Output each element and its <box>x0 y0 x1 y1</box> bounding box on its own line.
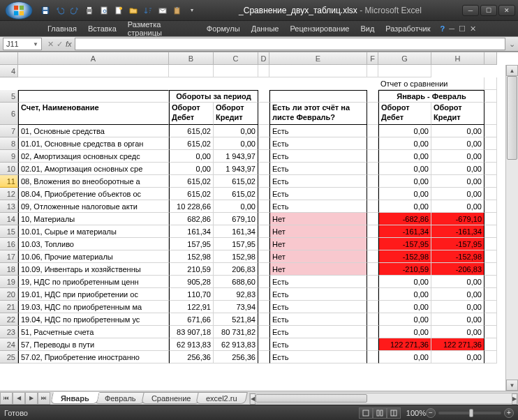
cell[interactable]: 157,95 <box>214 238 258 250</box>
cell[interactable]: Нет <box>269 263 367 276</box>
cell[interactable]: 0,00 <box>214 200 258 213</box>
cell[interactable]: 0,00 <box>431 137 484 150</box>
cell[interactable] <box>258 250 269 263</box>
cell[interactable]: Есть <box>269 137 367 150</box>
zoom-slider[interactable] <box>438 412 501 414</box>
cell[interactable]: 615,02 <box>214 188 258 200</box>
cell[interactable] <box>367 163 378 175</box>
fx-icon[interactable]: fx <box>66 40 72 48</box>
cell[interactable] <box>258 188 269 200</box>
cell[interactable]: 08, Вложения во внеоборотные а <box>18 175 169 188</box>
cell[interactable]: 19.01, НДС при приобретении ос <box>18 288 169 301</box>
cell[interactable]: -206,83 <box>431 263 484 276</box>
qat-print-icon[interactable] <box>83 4 96 17</box>
qat-email-icon[interactable] <box>156 4 169 17</box>
cell[interactable]: 0,00 <box>378 313 431 326</box>
cell[interactable] <box>367 150 378 163</box>
cell[interactable]: 0,00 <box>431 175 484 188</box>
cell[interactable]: 0,00 <box>378 200 431 213</box>
row-header[interactable]: 24 <box>0 338 18 351</box>
header-cell[interactable]: Есть ли этот счёт на листе Февраль? <box>269 103 367 125</box>
row-header[interactable]: 10 <box>0 163 18 175</box>
ribbon-tab-view[interactable]: Вид <box>355 24 380 33</box>
cell[interactable]: 01.01, Основные средства в орган <box>18 137 169 150</box>
cell[interactable] <box>258 163 269 175</box>
qat-paste-icon[interactable] <box>171 4 184 17</box>
cell[interactable] <box>367 125 378 137</box>
ribbon-tab-home[interactable]: Главная <box>42 24 82 33</box>
cell[interactable] <box>214 65 258 77</box>
cell[interactable]: 122 271,36 <box>431 338 484 351</box>
cell[interactable] <box>367 213 378 225</box>
cell[interactable] <box>367 351 378 363</box>
cell[interactable]: Есть <box>269 188 367 200</box>
cell[interactable] <box>258 238 269 250</box>
cell[interactable]: Есть <box>269 200 367 213</box>
cell[interactable]: 57.02, Приобретение иностранно <box>18 351 169 363</box>
row-header[interactable]: 19 <box>0 276 18 288</box>
cell[interactable]: 0,00 <box>431 150 484 163</box>
cell[interactable]: 0,00 <box>378 175 431 188</box>
cell[interactable]: Есть <box>269 150 367 163</box>
cell[interactable]: -157,95 <box>378 238 431 250</box>
qat-new-icon[interactable] <box>112 4 125 17</box>
zoom-label[interactable]: 100% <box>406 409 426 417</box>
row-header[interactable]: 17 <box>0 250 18 263</box>
cell[interactable] <box>258 150 269 163</box>
qat-sort-icon[interactable] <box>142 4 154 17</box>
cell[interactable]: 256,36 <box>169 351 214 363</box>
cell[interactable]: 08.04, Приобретение объектов ос <box>18 188 169 200</box>
row-header[interactable]: 7 <box>0 125 18 137</box>
cell[interactable] <box>258 338 269 351</box>
cell[interactable]: 19.03, НДС по приобретенным ма <box>18 301 169 313</box>
cell[interactable]: 688,60 <box>214 276 258 288</box>
horizontal-scrollbar[interactable]: ◀ ▶ <box>249 393 518 404</box>
col-header-E[interactable]: E <box>269 52 367 65</box>
col-header-B[interactable]: B <box>169 52 214 65</box>
cell[interactable]: 0,00 <box>431 313 484 326</box>
cell[interactable]: 10.03, Топливо <box>18 238 169 250</box>
cell[interactable] <box>378 65 431 77</box>
cell[interactable]: 152,98 <box>169 250 214 263</box>
cell[interactable]: Январь - Февраль <box>378 90 484 103</box>
cell[interactable]: 679,10 <box>214 213 258 225</box>
row-header[interactable]: 12 <box>0 188 18 200</box>
row-header[interactable]: 6 <box>0 103 18 125</box>
cell[interactable] <box>18 90 169 103</box>
qat-open-icon[interactable] <box>127 4 140 17</box>
cell[interactable]: 19.04, НДС по приобретенным ус <box>18 313 169 326</box>
cell[interactable]: 0,00 <box>378 163 431 175</box>
cell[interactable] <box>367 200 378 213</box>
cell[interactable]: 0,00 <box>431 125 484 137</box>
cell[interactable] <box>367 338 378 351</box>
cell[interactable]: 0,00 <box>214 125 258 137</box>
col-header-G[interactable]: G <box>378 52 431 65</box>
cell[interactable]: 57, Переводы в пути <box>18 338 169 351</box>
cell[interactable] <box>367 175 378 188</box>
cell[interactable]: 206,83 <box>214 263 258 276</box>
cell[interactable] <box>367 65 378 77</box>
ribbon-tab-review[interactable]: Рецензирование <box>284 24 355 33</box>
mdi-restore-icon[interactable]: ☐ <box>459 24 466 33</box>
cell[interactable]: Есть <box>269 288 367 301</box>
row-header[interactable]: 22 <box>0 313 18 326</box>
cell[interactable]: -161,34 <box>378 225 431 238</box>
row-header[interactable]: 4 <box>0 65 18 77</box>
expand-formula-bar-icon[interactable]: ⌄ <box>505 40 518 49</box>
cell[interactable] <box>258 65 269 77</box>
cell[interactable]: Нет <box>269 225 367 238</box>
cell[interactable]: 521,84 <box>214 313 258 326</box>
cell[interactable]: 0,00 <box>431 326 484 338</box>
cell[interactable]: 615,02 <box>169 175 214 188</box>
cancel-formula-icon[interactable]: ✕ <box>47 40 54 49</box>
qat-redo-icon[interactable] <box>68 4 81 17</box>
row-header[interactable]: 8 <box>0 137 18 150</box>
row-header[interactable]: 15 <box>0 225 18 238</box>
cell[interactable] <box>18 65 169 77</box>
cell[interactable]: 0,00 <box>431 200 484 213</box>
cell[interactable]: Есть <box>269 276 367 288</box>
cell[interactable] <box>367 276 378 288</box>
cell[interactable] <box>367 238 378 250</box>
qat-more-icon[interactable]: ▾ <box>186 4 198 17</box>
cell[interactable]: 615,02 <box>169 137 214 150</box>
